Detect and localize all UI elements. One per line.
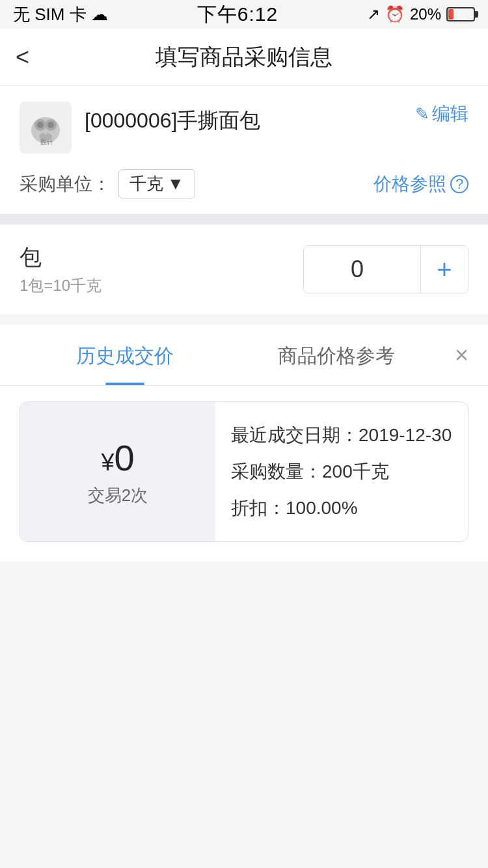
price-number: 0 bbox=[114, 437, 134, 478]
product-left: 数计 [0000006]手撕面包 bbox=[20, 102, 260, 154]
product-name: [0000006]手撕面包 bbox=[85, 107, 260, 135]
quantity-conversion: 1包=10千克 bbox=[20, 275, 102, 296]
alarm-icon: ⏰ bbox=[385, 5, 405, 23]
recent-date-label: 最近成交日期： bbox=[231, 425, 359, 445]
quantity-value: 200千克 bbox=[322, 461, 389, 481]
sim-status: 无 SIM 卡 ☁ bbox=[13, 3, 108, 26]
discount-label: 折扣： bbox=[231, 498, 286, 518]
history-price-card: ¥0 交易2次 最近成交日期：2019-12-30 采购数量：200千克 折扣：… bbox=[20, 401, 468, 542]
history-price-summary: ¥0 交易2次 bbox=[20, 402, 215, 541]
unit-value: 千克 bbox=[129, 172, 163, 195]
product-bottom: 采购单位： 千克 ▼ 价格参照 ? bbox=[20, 169, 468, 198]
tab-content: ¥0 交易2次 最近成交日期：2019-12-30 采购数量：200千克 折扣：… bbox=[0, 386, 488, 562]
unit-dropdown-arrow: ▼ bbox=[167, 174, 184, 194]
back-button[interactable]: < bbox=[16, 44, 29, 71]
quantity-label: 采购数量： bbox=[231, 461, 322, 481]
recent-date-value: 2019-12-30 bbox=[359, 425, 452, 445]
quantity-unit-label: 包 bbox=[20, 243, 102, 273]
unit-row: 采购单位： 千克 ▼ bbox=[20, 169, 195, 198]
status-right: ↗ ⏰ 20% bbox=[367, 5, 475, 23]
product-card: 数计 [0000006]手撕面包 ✎ 编辑 采购单位： 千克 ▼ 价格参照 ? bbox=[0, 86, 488, 214]
tab-history-price[interactable]: 历史成交价 bbox=[20, 325, 230, 385]
price-ref-label: 价格参照 bbox=[373, 172, 446, 197]
nav-header: < 填写商品采购信息 bbox=[0, 29, 488, 86]
help-icon: ? bbox=[450, 175, 468, 193]
location-icon: ↗ bbox=[367, 5, 380, 23]
discount-value: 100.00% bbox=[286, 498, 358, 518]
quantity-label-group: 包 1包=10千克 bbox=[20, 243, 102, 296]
tab-product-price-ref[interactable]: 商品价格参考 bbox=[230, 325, 441, 385]
unit-label: 采购单位： bbox=[20, 172, 111, 197]
quantity-plus-button[interactable]: + bbox=[421, 246, 468, 293]
svg-point-3 bbox=[37, 122, 44, 128]
tab-header: 历史成交价 商品价格参考 × bbox=[0, 325, 488, 386]
discount-row: 折扣：100.00% bbox=[231, 495, 452, 522]
unit-dropdown[interactable]: 千克 ▼ bbox=[118, 169, 195, 198]
transaction-count: 交易2次 bbox=[88, 484, 148, 507]
edit-icon: ✎ bbox=[415, 104, 429, 124]
history-price-details: 最近成交日期：2019-12-30 采购数量：200千克 折扣：100.00% bbox=[215, 402, 468, 541]
yen-symbol: ¥ bbox=[101, 449, 114, 476]
purchase-quantity-row: 采购数量：200千克 bbox=[231, 458, 452, 485]
section-divider bbox=[0, 214, 488, 224]
edit-button[interactable]: ✎ 编辑 bbox=[415, 102, 468, 126]
quantity-row: 包 1包=10千克 + bbox=[0, 224, 488, 314]
tab-section: 历史成交价 商品价格参考 × ¥0 交易2次 最近成交日期：2019-12-30… bbox=[0, 325, 488, 562]
quantity-input[interactable] bbox=[304, 246, 421, 293]
tab-history-label: 历史成交价 bbox=[76, 345, 174, 366]
history-price-value: ¥0 bbox=[101, 437, 134, 479]
price-reference-button[interactable]: 价格参照 ? bbox=[373, 172, 468, 197]
svg-text:数计: 数计 bbox=[40, 139, 53, 146]
product-thumbnail: 数计 bbox=[20, 102, 72, 154]
svg-point-4 bbox=[47, 122, 54, 128]
product-top: 数计 [0000006]手撕面包 ✎ 编辑 bbox=[20, 102, 468, 154]
quantity-controls: + bbox=[303, 245, 468, 293]
battery-percent: 20% bbox=[410, 5, 441, 23]
tab-price-ref-label: 商品价格参考 bbox=[278, 345, 395, 366]
status-bar: 无 SIM 卡 ☁ 下午6:12 ↗ ⏰ 20% bbox=[0, 0, 488, 29]
tab-close-button[interactable]: × bbox=[442, 336, 468, 374]
page-title: 填写商品采购信息 bbox=[156, 42, 332, 72]
recent-date-row: 最近成交日期：2019-12-30 bbox=[231, 422, 452, 449]
status-left: 无 SIM 卡 ☁ bbox=[13, 3, 108, 26]
status-time: 下午6:12 bbox=[197, 1, 278, 28]
battery-icon bbox=[446, 7, 475, 21]
edit-label: 编辑 bbox=[432, 102, 468, 126]
